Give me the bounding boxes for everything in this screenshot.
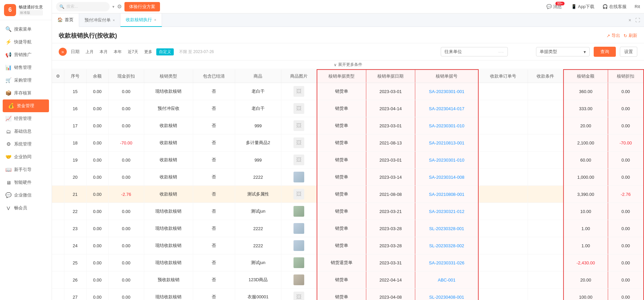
sidebar-item-系统管理[interactable]: ⚙系统管理 xyxy=(0,138,52,151)
cell-verify-type: 现结收款核销 xyxy=(144,203,193,220)
sidebar-item-新手引导[interactable]: 📖新手引导 xyxy=(0,163,52,176)
verify-doc-no-link[interactable]: ABC-001 xyxy=(438,277,455,283)
th-settings: ⚙ xyxy=(52,70,64,83)
date-opt-custom[interactable]: 自定义 xyxy=(156,48,174,55)
cell-goods-img: 🖼 xyxy=(281,117,317,134)
menu-label: 销售管理 xyxy=(14,65,32,71)
cell-no: 25 xyxy=(64,254,86,271)
topbar-service[interactable]: 🎧 在线客服 xyxy=(602,4,627,10)
topbar-app[interactable]: 📱 App下载 xyxy=(571,4,594,10)
verify-doc-no-link[interactable]: SL-20230408-001 xyxy=(429,295,464,300)
th-goods: 商品 xyxy=(235,70,281,83)
topbar-arrow[interactable]: ▾ xyxy=(112,4,114,9)
verify-doc-no-link[interactable]: SA-20230301-010 xyxy=(429,123,465,128)
sidebar-item-库存核算[interactable]: 📦库存核算 xyxy=(0,87,52,99)
verify-doc-no-link[interactable]: SA-20230301-001 xyxy=(429,89,465,94)
cell-verify-doc-no[interactable]: SA-20230321-012 xyxy=(415,203,478,220)
verify-doc-no-link[interactable]: SA-20210808-001 xyxy=(429,192,465,197)
table-row: 22 0.00 0.00 现结收款核销 否 测试jun 销货单 2023-03-… xyxy=(52,203,644,220)
table-container: ⚙ 序号 余额 现金折扣 核销类型 包含已结清 商品 商品图片 核销单据类型 核… xyxy=(52,69,644,300)
sidebar-item-搜索菜单[interactable]: 🔍搜索菜单 xyxy=(0,23,52,36)
verify-doc-no-link[interactable]: SA-20230321-012 xyxy=(429,209,465,214)
sidebar-item-畅会员[interactable]: V畅会员 xyxy=(0,202,52,214)
cell-verify-discount: 0.00 xyxy=(608,169,644,186)
query-btn[interactable]: 查询 xyxy=(594,47,616,57)
date-opt-more[interactable]: 更多 xyxy=(142,48,154,55)
date-opt-last-month[interactable]: 上月 xyxy=(84,48,96,55)
th-verify-doc-date: 核销单据日期 xyxy=(366,70,415,83)
cell-verify-discount: 0.00 xyxy=(608,220,644,237)
cell-receipt-condition xyxy=(528,203,564,220)
tab-close-all[interactable]: × xyxy=(627,16,633,24)
cell-verify-type: 收款核销 xyxy=(144,134,193,152)
sidebar-item-营销推广[interactable]: 📢营销推广 xyxy=(0,48,52,61)
sidebar-item-智能硬件[interactable]: 🖥智能硬件 xyxy=(0,176,52,189)
partner-select[interactable]: 往来单位 ··· xyxy=(441,47,508,56)
cell-verify-doc-no[interactable]: SL-20230328-002 xyxy=(415,237,478,254)
page-header: 收款核销执行(按收款) ↗ 导出 ↻ 刷新 xyxy=(52,27,644,43)
cell-included-closed: 否 xyxy=(193,100,235,117)
sidebar-item-基础信息[interactable]: 🗂基础信息 xyxy=(0,125,52,138)
cell-verify-doc-no[interactable]: SL-20230408-001 xyxy=(415,289,478,300)
verify-doc-no-link[interactable]: SA-20230314-008 xyxy=(429,175,465,180)
voucher-type-label: 单据类型 xyxy=(540,49,557,55)
cell-verify-doc-no[interactable]: SA-20230331-026 xyxy=(415,254,478,271)
cell-verify-doc-no[interactable]: SA-20210813-001 xyxy=(415,134,478,152)
expand-more-btn[interactable]: ∨ 展开更多条件 xyxy=(334,62,362,68)
cell-balance: 0.00 xyxy=(86,100,108,117)
tab-expand[interactable]: ⛶ xyxy=(634,16,641,24)
cell-verify-doc-no[interactable]: SL-20230328-001 xyxy=(415,220,478,237)
sidebar-item-销售管理[interactable]: 📊销售管理 xyxy=(0,61,52,74)
verify-doc-no-link[interactable]: SA-20230301-010 xyxy=(429,158,465,163)
cell-verify-doc-no[interactable]: SA-20230414-017 xyxy=(415,100,478,117)
cell-verify-doc-no[interactable]: SA-20230314-008 xyxy=(415,169,478,186)
sidebar-item-企业协同[interactable]: 🤝企业协同 xyxy=(0,151,52,163)
setting-btn[interactable]: 设置 xyxy=(620,47,637,57)
topbar-message[interactable]: 💬 消息 99+ xyxy=(546,4,562,10)
tab-prepay-close[interactable]: × xyxy=(113,18,115,22)
verify-doc-no-link[interactable]: SL-20230328-002 xyxy=(429,243,464,248)
cell-verify-doc-type: 销货单 xyxy=(317,117,366,134)
tab-verify-close[interactable]: × xyxy=(154,18,156,22)
cell-verify-doc-date: 2023-03-28 xyxy=(366,220,415,237)
topbar-search[interactable]: 🔍 搜索... xyxy=(56,2,110,11)
industry-btn[interactable]: 体验行业方案 xyxy=(124,2,160,11)
table-row: 17 0.00 0.00 收款核销 否 999 🖼 销货单 2023-03-01… xyxy=(52,117,644,134)
menu-icon: 📈 xyxy=(5,116,11,122)
cell-verify-doc-no[interactable]: SA-20230301-001 xyxy=(415,83,478,100)
voucher-type-select[interactable]: 单据类型 ▾ xyxy=(536,47,590,56)
sidebar-item-快捷导航[interactable]: ⚡快捷导航 xyxy=(0,36,52,48)
sidebar-item-企业微信[interactable]: 💬企业微信 xyxy=(0,189,52,202)
filter-expand-btn[interactable]: » xyxy=(59,48,67,56)
tab-prepay[interactable]: 预付冲应付单 × xyxy=(79,13,120,27)
verify-doc-no-link[interactable]: SA-20210813-001 xyxy=(429,140,465,145)
cell-settings xyxy=(52,186,64,203)
cell-receipt-condition xyxy=(528,83,564,100)
menu-icon: 💬 xyxy=(5,192,11,198)
cell-verify-doc-no[interactable]: ABC-001 xyxy=(415,271,478,289)
cell-verify-doc-no[interactable]: SA-20230301-010 xyxy=(415,152,478,169)
sidebar-item-资金管理[interactable]: 💰资金管理 xyxy=(3,99,49,112)
sidebar-item-经营管理[interactable]: 📈经营管理 xyxy=(0,112,52,125)
cell-receipt-order-no xyxy=(478,134,528,152)
verify-doc-no-link[interactable]: SL-20230328-001 xyxy=(429,226,464,231)
date-opt-this-year[interactable]: 本年 xyxy=(112,48,124,55)
tab-verify[interactable]: 收款核销执行 × xyxy=(120,13,162,27)
th-verify-type: 核销类型 xyxy=(144,70,193,83)
cell-verify-doc-date: 2023-03-01 xyxy=(366,117,415,134)
date-opt-7days[interactable]: 近7天 xyxy=(126,48,140,55)
verify-doc-no-link[interactable]: SA-20230414-017 xyxy=(429,106,465,111)
refresh-btn[interactable]: ↻ 刷新 xyxy=(624,33,637,39)
verify-doc-no-link[interactable]: SA-20230331-026 xyxy=(429,260,465,265)
cell-settings xyxy=(52,117,64,134)
export-btn[interactable]: ↗ 导出 xyxy=(606,33,620,39)
sidebar-item-采购管理[interactable]: 🛒采购管理 xyxy=(0,74,52,87)
tab-home[interactable]: 🏠 首页 xyxy=(52,13,79,27)
gear-icon[interactable]: ⚙ xyxy=(117,3,122,10)
date-label: 日期 xyxy=(71,49,79,55)
cell-verify-doc-no[interactable]: SA-20230301-010 xyxy=(415,117,478,134)
goods-image xyxy=(293,223,304,234)
table-row: 15 0.00 0.00 现结收款核销 否 老白干 🖼 销货单 2023-03-… xyxy=(52,83,644,100)
date-opt-this-month[interactable]: 本月 xyxy=(98,48,110,55)
cell-verify-doc-no[interactable]: SA-20210808-001 xyxy=(415,186,478,203)
